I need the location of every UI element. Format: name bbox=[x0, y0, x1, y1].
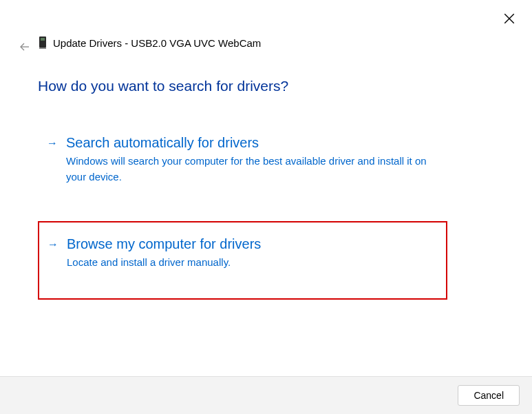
option-description: Locate and install a driver manually. bbox=[67, 255, 438, 271]
option-description: Windows will search your computer for th… bbox=[66, 154, 438, 185]
option-browse-computer[interactable]: → Browse my computer for drivers Locate … bbox=[38, 221, 447, 300]
option-title: Browse my computer for drivers bbox=[67, 236, 261, 252]
options-list: → Search automatically for drivers Windo… bbox=[38, 127, 447, 313]
dialog-footer: Cancel bbox=[0, 376, 532, 414]
svg-rect-5 bbox=[39, 48, 46, 49]
main-heading: How do you want to search for drivers? bbox=[38, 78, 288, 94]
back-arrow-icon bbox=[19, 43, 30, 54]
option-title: Search automatically for drivers bbox=[66, 135, 259, 151]
dialog-header: Update Drivers - USB2.0 VGA UVC WebCam bbox=[38, 36, 261, 50]
arrow-right-icon: → bbox=[47, 137, 59, 149]
svg-rect-4 bbox=[41, 38, 45, 41]
cancel-button[interactable]: Cancel bbox=[458, 385, 520, 406]
dialog-title: Update Drivers - USB2.0 VGA UVC WebCam bbox=[53, 37, 261, 49]
arrow-right-icon: → bbox=[47, 238, 60, 251]
close-icon bbox=[503, 15, 515, 27]
back-button[interactable] bbox=[19, 41, 30, 52]
close-button[interactable] bbox=[503, 12, 515, 25]
option-search-automatically[interactable]: → Search automatically for drivers Windo… bbox=[38, 127, 447, 194]
update-drivers-dialog: Update Drivers - USB2.0 VGA UVC WebCam H… bbox=[0, 0, 532, 414]
device-icon bbox=[38, 36, 47, 50]
